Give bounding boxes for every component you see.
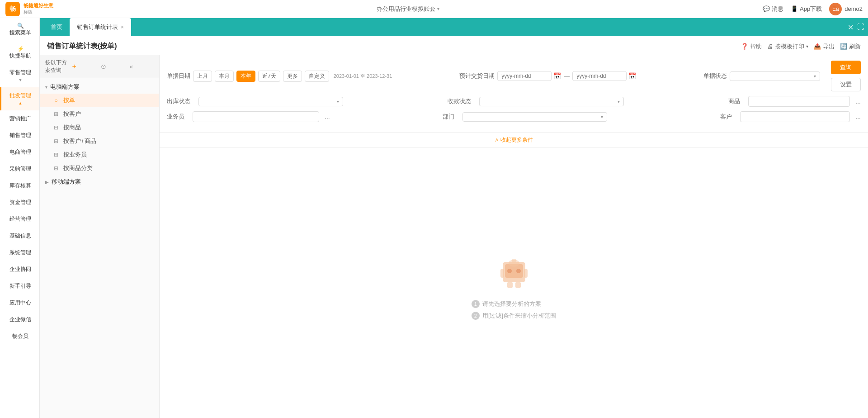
sidebar-item-finance[interactable]: 资金管理 (0, 194, 39, 211)
scheme-add-btn[interactable]: + (72, 62, 97, 71)
avatar: Ea (829, 3, 842, 15)
customer-input[interactable] (740, 111, 850, 122)
window-maximize-btn[interactable]: ⛶ (857, 23, 864, 31)
workspace-dropdown-icon: ▾ (437, 6, 439, 11)
message-btn[interactable]: 💬 消息 (763, 5, 783, 13)
expected-date-start-input[interactable] (497, 71, 552, 81)
svg-point-2 (507, 269, 512, 273)
tab-home[interactable]: 首页 (43, 18, 70, 36)
date-btn-more[interactable]: 更多 (283, 71, 302, 82)
user-section[interactable]: Ea demo2 (829, 3, 863, 15)
scheme-item-by-customer-goods[interactable]: ⊟ 按客户+商品 (40, 134, 159, 148)
page-title: 销售订单统计表(按单) (47, 42, 117, 51)
salesperson-label: 业务员 (167, 113, 184, 121)
scheme-item-by-salesperson[interactable]: ⊞ 按业务员 (40, 148, 159, 162)
date-btn-custom[interactable]: 自定义 (305, 71, 329, 82)
workspace-name: 办公用品行业模拟账套 (377, 5, 435, 13)
window-close-btn[interactable]: ✕ (848, 23, 854, 32)
sidebar-item-system[interactable]: 系统管理 (0, 244, 39, 261)
help-btn[interactable]: ❓ 帮助 (741, 43, 762, 51)
sidebar-item-member[interactable]: 畅会员 (0, 328, 39, 345)
logo-text: 畅 (9, 5, 16, 13)
scheme-item-by-goods[interactable]: ⊟ 按商品 (40, 121, 159, 134)
setting-button[interactable]: 设置 (831, 78, 861, 91)
username-label: demo2 (844, 5, 863, 12)
tab-bar-actions: ✕ ⛶ (848, 23, 864, 32)
print-btn[interactable]: 🖨 按模板打印 ▾ (767, 43, 808, 51)
scheme-item-by-category[interactable]: ⊟ 按商品分类 (40, 162, 159, 175)
scheme-item-by-customer[interactable]: ⊞ 按客户 (40, 107, 159, 121)
ship-status-label: 出库状态 (167, 97, 190, 105)
sidebar-item-guide[interactable]: 新手引导 (0, 278, 39, 294)
sidebar-item-shortcuts[interactable]: ⚡ 快捷导航 (0, 41, 39, 64)
query-panel: 单据日期 上月 本月 本年 近7天 更多 自定义 2023-01-01 至 20… (160, 55, 868, 418)
scheme-panel-header: 按以下方案查询 + ⊙ « (40, 55, 159, 78)
app-download-btn[interactable]: 📱 App下载 (791, 5, 822, 13)
date-filter: 单据日期 上月 本月 本年 近7天 更多 自定义 2023-01-01 至 20… (167, 71, 392, 82)
sidebar-item-basic[interactable]: 基础信息 (0, 228, 39, 244)
dept-select[interactable]: ▾ (462, 112, 607, 122)
sidebar-item-purchase[interactable]: 采购管理 (0, 161, 39, 177)
empty-icon (491, 246, 537, 291)
calendar-start-icon[interactable]: 📅 (553, 72, 561, 80)
scheme-group-mobile-header[interactable]: ▶ 移动端方案 (40, 175, 159, 189)
scheme-item-by-order[interactable]: ○ 按单 (40, 94, 159, 107)
scheme-settings-btn[interactable]: ⊙ (101, 63, 125, 70)
sidebar-item-sales[interactable]: 销售管理 (0, 127, 39, 144)
by-customer-icon: ⊞ (52, 110, 60, 118)
app-info: 畅捷通好生意 标版 (24, 2, 53, 15)
sidebar-item-ecommerce[interactable]: 电商管理 (0, 144, 39, 161)
app-title: 畅捷通好生意 (24, 2, 53, 9)
doc-status-select[interactable]: ▾ (730, 71, 820, 81)
goods-input[interactable] (748, 96, 850, 107)
collapse-btn[interactable]: ∧ 收起更多条件 (160, 133, 868, 148)
main-layout: 🔍 搜索菜单 ⚡ 快捷导航 零售管理 ▼ 批发管理 ▲ 营销推广 销售管理 电商… (0, 18, 868, 418)
goods-ellipsis-btn[interactable]: ... (855, 98, 861, 105)
salesperson-ellipsis-btn[interactable]: ... (325, 113, 330, 120)
payment-status-select[interactable]: ▾ (479, 97, 624, 106)
sidebar-item-collab[interactable]: 企业协同 (0, 261, 39, 278)
expected-date-end-input[interactable] (572, 71, 627, 81)
date-btn-7days[interactable]: 近7天 (258, 71, 280, 82)
download-icon: 📱 (791, 5, 798, 12)
date-btn-this-year[interactable]: 本年 (236, 71, 255, 82)
tip-item-1: 1 请先选择要分析的方案 (472, 300, 556, 308)
refresh-btn[interactable]: 🔄 刷新 (840, 43, 861, 51)
scheme-group-desktop-header[interactable]: ▾ 电脑端方案 (40, 80, 159, 94)
sidebar-item-inventory[interactable]: 库存核算 (0, 177, 39, 194)
date-btn-this-month[interactable]: 本月 (215, 71, 234, 82)
shortcuts-icon: ⚡ (3, 46, 38, 52)
scheme-collapse-btn[interactable]: « (130, 63, 154, 70)
sidebar-item-marketing[interactable]: 营销推广 (0, 110, 39, 127)
page-header: 销售订单统计表(按单) ❓ 帮助 🖨 按模板打印 ▾ 📤 导出 (40, 36, 868, 55)
sidebar-item-retail[interactable]: 零售管理 ▼ (0, 64, 39, 87)
sidebar-item-wholesale[interactable]: 批发管理 ▲ (0, 87, 39, 110)
customer-ellipsis-btn[interactable]: ... (855, 113, 861, 120)
svg-rect-6 (507, 282, 513, 288)
tab-close-btn[interactable]: × (121, 24, 124, 30)
sidebar-item-wechat[interactable]: 企业微信 (0, 311, 39, 328)
sidebar-item-apps[interactable]: 应用中心 (0, 294, 39, 311)
tab-sales-order-stats[interactable]: 销售订单统计表 × (70, 18, 131, 36)
doc-status-label: 单据状态 (703, 72, 727, 80)
desktop-group-arrow: ▾ (45, 85, 47, 90)
workspace-selector[interactable]: 办公用品行业模拟账套 ▾ (377, 5, 439, 13)
ship-status-select[interactable]: ▾ (198, 97, 343, 106)
export-btn[interactable]: 📤 导出 (814, 43, 835, 51)
date-btn-prev-month[interactable]: 上月 (193, 71, 212, 82)
by-category-icon: ⊟ (52, 165, 60, 172)
date-separator: — (564, 73, 570, 80)
doc-status-filter: 单据状态 ▾ (703, 71, 820, 81)
calendar-end-icon[interactable]: 📅 (628, 72, 636, 80)
sidebar-item-search[interactable]: 🔍 搜索菜单 (0, 18, 39, 41)
query-button[interactable]: 查询 (831, 61, 861, 74)
app-logo: 畅 (5, 2, 20, 16)
filter-area: 单据日期 上月 本月 本年 近7天 更多 自定义 2023-01-01 至 20… (160, 55, 868, 133)
search-icon: 🔍 (3, 23, 38, 29)
sidebar-item-operations[interactable]: 经营管理 (0, 211, 39, 228)
message-icon: 💬 (763, 5, 770, 12)
salesperson-input[interactable] (193, 111, 319, 122)
svg-rect-9 (512, 259, 516, 262)
svg-rect-4 (500, 269, 504, 278)
page-actions: ❓ 帮助 🖨 按模板打印 ▾ 📤 导出 🔄 刷新 (741, 43, 861, 51)
